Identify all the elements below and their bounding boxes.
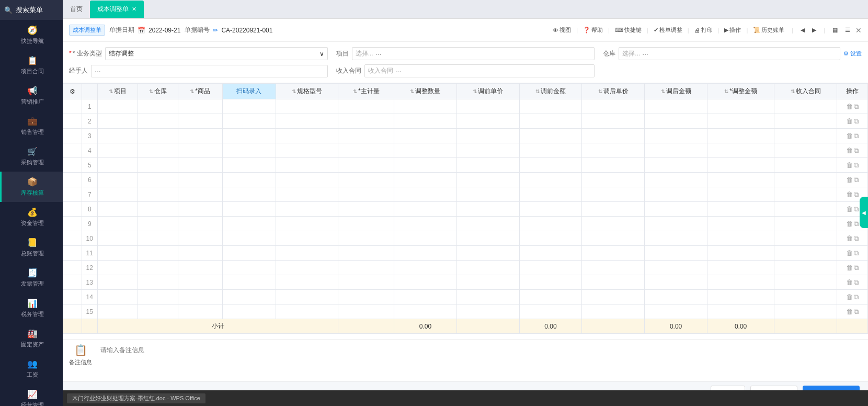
row-warehouse[interactable]: [138, 99, 178, 114]
row-warehouse[interactable]: [138, 187, 178, 202]
history-action[interactable]: 📜 历史账单: [751, 25, 786, 35]
row-unit[interactable]: [338, 217, 394, 231]
row-adjust-amount[interactable]: [707, 261, 774, 275]
row-scan[interactable]: [222, 261, 276, 275]
row-after-unit-price[interactable]: [582, 158, 645, 173]
row-spec[interactable]: [276, 246, 338, 261]
nav-prev[interactable]: ◀: [798, 26, 807, 35]
copy-row-icon[interactable]: ⧉: [854, 103, 859, 111]
row-scan[interactable]: [222, 129, 276, 143]
row-goods[interactable]: [178, 173, 222, 187]
row-goods[interactable]: [178, 261, 222, 275]
row-adjust-amount[interactable]: [707, 99, 774, 114]
sidebar-item-fixed-assets[interactable]: 🏭 固定资产: [0, 323, 63, 354]
row-unit[interactable]: [338, 275, 394, 290]
row-unit[interactable]: [338, 158, 394, 173]
row-warehouse[interactable]: [138, 217, 178, 231]
row-adjust-amount[interactable]: [707, 217, 774, 231]
row-adjust-qty[interactable]: [394, 246, 457, 261]
row-prev-amount[interactable]: [519, 290, 582, 304]
row-after-amount[interactable]: [645, 129, 707, 143]
sidebar-item-ops[interactable]: 📈 经营管理: [0, 384, 63, 406]
row-project[interactable]: [97, 158, 138, 173]
row-after-unit-price[interactable]: [582, 304, 645, 319]
row-scan[interactable]: [222, 187, 276, 202]
row-project[interactable]: [97, 129, 138, 143]
copy-row-icon[interactable]: ⧉: [854, 308, 859, 316]
row-spec[interactable]: [276, 129, 338, 143]
sidebar-item-invoice[interactable]: 🧾 发票管理: [0, 263, 63, 293]
row-after-amount[interactable]: [645, 158, 707, 173]
view-action[interactable]: 👁 视图: [551, 25, 573, 35]
row-income-contract[interactable]: [774, 261, 837, 275]
row-income-contract[interactable]: [774, 143, 837, 158]
row-project[interactable]: [97, 143, 138, 158]
row-after-amount[interactable]: [645, 202, 707, 217]
row-prev-amount[interactable]: [519, 261, 582, 275]
delete-row-icon[interactable]: 🗑: [846, 220, 853, 228]
delete-row-icon[interactable]: 🗑: [846, 176, 853, 184]
row-adjust-qty[interactable]: [394, 231, 457, 246]
sidebar-item-marketing[interactable]: 📢 营销推广: [0, 81, 63, 111]
row-project[interactable]: [97, 173, 138, 187]
row-scan[interactable]: [222, 231, 276, 246]
row-after-unit-price[interactable]: [582, 173, 645, 187]
row-after-amount[interactable]: [645, 246, 707, 261]
row-after-unit-price[interactable]: [582, 217, 645, 231]
row-spec[interactable]: [276, 261, 338, 275]
row-prev-amount[interactable]: [519, 129, 582, 143]
row-project[interactable]: [97, 231, 138, 246]
row-prev-unit-price[interactable]: [456, 158, 519, 173]
row-scan[interactable]: [222, 246, 276, 261]
row-after-unit-price[interactable]: [582, 99, 645, 114]
copy-row-icon[interactable]: ⧉: [854, 146, 859, 155]
copy-row-icon[interactable]: ⧉: [854, 234, 859, 243]
row-adjust-amount[interactable]: [707, 158, 774, 173]
row-income-contract[interactable]: [774, 99, 837, 114]
row-spec[interactable]: [276, 275, 338, 290]
grid-icon[interactable]: ▦: [830, 26, 840, 35]
right-accent-button[interactable]: ◀: [860, 197, 868, 228]
row-adjust-qty[interactable]: [394, 261, 457, 275]
row-project[interactable]: [97, 304, 138, 319]
sidebar-item-capital[interactable]: 💰 资金管理: [0, 202, 63, 232]
row-income-contract[interactable]: [774, 187, 837, 202]
row-goods[interactable]: [178, 275, 222, 290]
delete-row-icon[interactable]: 🗑: [846, 308, 853, 315]
row-unit[interactable]: [338, 114, 394, 129]
row-project[interactable]: [97, 246, 138, 261]
row-warehouse[interactable]: [138, 246, 178, 261]
row-after-unit-price[interactable]: [582, 143, 645, 158]
row-income-contract[interactable]: [774, 158, 837, 173]
row-prev-amount[interactable]: [519, 187, 582, 202]
row-spec[interactable]: [276, 231, 338, 246]
delete-row-icon[interactable]: 🗑: [846, 264, 853, 272]
delete-row-icon[interactable]: 🗑: [846, 278, 853, 286]
row-adjust-amount[interactable]: [707, 304, 774, 319]
row-warehouse[interactable]: [138, 304, 178, 319]
row-goods[interactable]: [178, 129, 222, 143]
row-warehouse[interactable]: [138, 158, 178, 173]
row-adjust-amount[interactable]: [707, 187, 774, 202]
row-warehouse[interactable]: [138, 143, 178, 158]
row-adjust-qty[interactable]: [394, 187, 457, 202]
row-prev-amount[interactable]: [519, 173, 582, 187]
row-project[interactable]: [97, 114, 138, 129]
row-after-unit-price[interactable]: [582, 261, 645, 275]
sidebar-item-quick-nav[interactable]: 🧭 快捷导航: [0, 20, 63, 50]
sidebar-item-sales[interactable]: 💼 销售管理: [0, 111, 63, 141]
row-prev-amount[interactable]: [519, 275, 582, 290]
row-goods[interactable]: [178, 217, 222, 231]
row-after-amount[interactable]: [645, 114, 707, 129]
row-adjust-amount[interactable]: [707, 202, 774, 217]
row-adjust-qty[interactable]: [394, 173, 457, 187]
row-goods[interactable]: [178, 158, 222, 173]
row-prev-unit-price[interactable]: [456, 129, 519, 143]
row-adjust-amount[interactable]: [707, 143, 774, 158]
business-type-select[interactable]: 结存调整 ∨: [105, 47, 328, 60]
row-income-contract[interactable]: [774, 129, 837, 143]
row-warehouse[interactable]: [138, 290, 178, 304]
row-scan[interactable]: [222, 202, 276, 217]
row-adjust-amount[interactable]: [707, 246, 774, 261]
row-after-unit-price[interactable]: [582, 129, 645, 143]
